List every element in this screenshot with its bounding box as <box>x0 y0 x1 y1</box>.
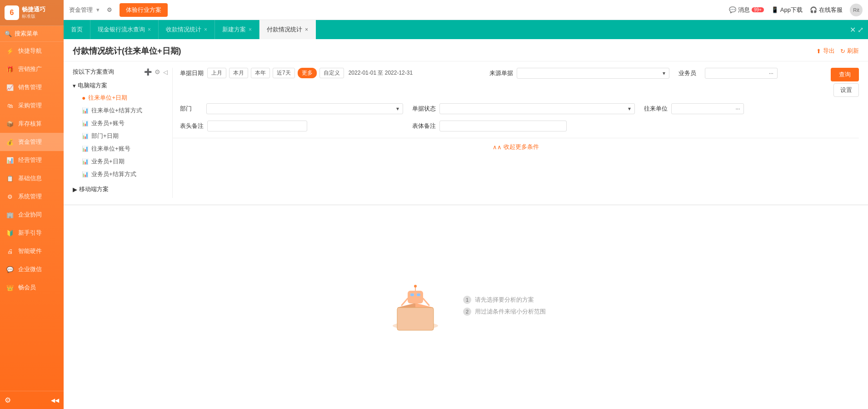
topbar-right: 💬 消息 99+ 📱 App下载 🎧 在线客服 Rit <box>729 4 863 16</box>
this-year-btn[interactable]: 本年 <box>251 68 270 78</box>
salesman-select[interactable]: ··· <box>705 68 778 79</box>
query-btn[interactable]: 查询 <box>831 68 859 81</box>
this-month-btn[interactable]: 本月 <box>229 68 248 78</box>
sidebar-item-hardware[interactable]: 🖨 智能硬件 <box>0 242 64 260</box>
sidebar-item-enterprise[interactable]: 🏢 企业协同 <box>0 206 64 224</box>
expand-icon: ▶ <box>73 186 77 193</box>
table-body-note-field: 表体备注 <box>412 121 635 131</box>
mobile-scheme-group-header[interactable]: ▶ 移动端方案 <box>73 183 168 195</box>
scheme-item-label: 往来单位+账号 <box>91 145 130 153</box>
online-support-btn[interactable]: 🎧 在线客服 <box>810 6 843 14</box>
more-date-btn[interactable]: 更多 <box>298 68 317 78</box>
scheme-collapse-icon[interactable]: ◁ <box>163 69 168 76</box>
sidebar-item-quick-nav[interactable]: ⚡ 快捷导航 <box>0 42 64 60</box>
scheme-salesman-account[interactable]: 📊 业务员+账号 <box>73 117 168 130</box>
sidebar: 6 畅捷通巧 标准版 🔍 搜索菜单 ⚡ 快捷导航 🎁 营销推广 📈 销售管理 🛍… <box>0 0 64 409</box>
pc-scheme-group-header[interactable]: ▾ 电脑端方案 <box>73 80 168 91</box>
chart-icon: 📊 <box>82 120 89 126</box>
scheme-salesman-date[interactable]: 📊 业务员+日期 <box>73 155 168 168</box>
add-scheme-icon[interactable]: ➕ <box>144 68 152 76</box>
breadcrumb-dropdown-icon[interactable]: ▾ <box>96 6 100 13</box>
tab-new-scheme-close-icon[interactable]: × <box>249 26 252 33</box>
settings-icon[interactable]: ⚙ <box>5 396 11 404</box>
scheme-sidebar: 按以下方案查询 ➕ ⚙ ◁ ▾ 电脑端方案 ● 往来单位+日期 <box>73 68 173 198</box>
scheme-counterpart-account[interactable]: 📊 往来单位+账号 <box>73 142 168 155</box>
custom-date-btn[interactable]: 自定义 <box>319 68 344 78</box>
collapse-label: 收起更多条件 <box>504 143 539 151</box>
user-avatar[interactable]: Rit <box>850 4 863 16</box>
topbar-gear-btn[interactable]: ⚙ <box>103 4 116 16</box>
pc-scheme-group: ▾ 电脑端方案 ● 往来单位+日期 📊 往来单位+结算方式 📊 业务员+账号 <box>73 80 168 181</box>
sidebar-item-vip[interactable]: 👑 畅会员 <box>0 278 64 297</box>
chevron-up-icon: ∧∧ <box>493 144 502 151</box>
table-body-note-input[interactable] <box>439 121 567 131</box>
tab-collection[interactable]: 收款情况统计 × <box>159 20 215 39</box>
counterpart-field: 往来单位 ··· <box>644 103 823 114</box>
ellipsis-icon: ··· <box>735 106 740 112</box>
refresh-btn[interactable]: ↻ 刷新 <box>840 47 859 55</box>
system-icon: ⚙ <box>5 192 15 201</box>
doc-status-select[interactable]: ▾ <box>439 103 635 114</box>
dropdown-icon: ▾ <box>663 70 665 76</box>
search-menu[interactable]: 🔍 搜索菜单 <box>0 26 64 42</box>
scheme-item-label: 往来单位+日期 <box>88 94 127 102</box>
empty-hints: 1 请先选择要分析的方案 2 用过滤条件来缩小分析范围 <box>463 296 546 319</box>
settings-btn[interactable]: 设置 <box>833 83 859 97</box>
sidebar-item-wechat[interactable]: 💬 企业微信 <box>0 260 64 278</box>
sidebar-item-label: 新手引导 <box>18 229 42 237</box>
sidebar-item-label: 基础信息 <box>18 174 42 182</box>
guide-icon: 🔰 <box>5 228 15 237</box>
message-btn[interactable]: 💬 消息 99+ <box>729 6 764 14</box>
table-header-note-input[interactable] <box>207 121 307 131</box>
hint-text-1: 请先选择要分析的方案 <box>475 296 534 304</box>
sidebar-item-system[interactable]: ⚙ 系统管理 <box>0 187 64 206</box>
sidebar-item-inventory[interactable]: 📦 库存核算 <box>0 115 64 133</box>
dept-select[interactable]: ▾ <box>206 103 403 114</box>
sidebar-item-operation[interactable]: 📊 经营管理 <box>0 151 64 169</box>
data-area: 1 请先选择要分析的方案 2 用过滤条件来缩小分析范围 <box>64 206 868 409</box>
counterpart-select[interactable]: ··· <box>671 103 744 114</box>
scheme-settings-icon[interactable]: ⚙ <box>155 68 160 76</box>
tab-cash-flow[interactable]: 现金银行流水查询 × <box>90 20 159 39</box>
tabbar: 首页 现金银行流水查询 × 收款情况统计 × 新建方案 × 付款情况统计 × ✕… <box>64 20 868 39</box>
collapse-more-btn[interactable]: ∧∧ 收起更多条件 <box>173 138 859 151</box>
export-icon: ⬆ <box>816 48 821 55</box>
sidebar-item-basic[interactable]: 📋 基础信息 <box>0 169 64 187</box>
pc-group-label: 电脑端方案 <box>78 81 107 90</box>
user-name-label: Rit <box>853 7 859 13</box>
dept-label: 部门 <box>180 105 203 113</box>
capital-icon: 💰 <box>5 137 15 146</box>
logo-text-group: 畅捷通巧 标准版 <box>22 6 45 20</box>
operation-icon: 📊 <box>5 156 15 165</box>
active-scheme-icon: ● <box>82 94 85 101</box>
source-doc-label: 来源单据 <box>489 69 513 77</box>
last-7days-btn[interactable]: 近7天 <box>273 68 295 78</box>
scheme-counterpart-settle[interactable]: 📊 往来单位+结算方式 <box>73 104 168 117</box>
scheme-counterpart-date[interactable]: ● 往来单位+日期 <box>73 91 168 104</box>
tab-new-scheme[interactable]: 新建方案 × <box>215 20 259 39</box>
export-btn[interactable]: ⬆ 导出 <box>816 47 835 55</box>
sidebar-item-label: 系统管理 <box>18 192 42 201</box>
sidebar-item-capital[interactable]: 💰 资金管理 <box>0 133 64 151</box>
tab-collection-close-icon[interactable]: × <box>204 26 207 33</box>
scheme-dept-date[interactable]: 📊 部门+日期 <box>73 130 168 142</box>
sidebar-item-sales[interactable]: 📈 销售管理 <box>0 78 64 96</box>
sidebar-item-guide[interactable]: 🔰 新手引导 <box>0 224 64 242</box>
scheme-item-label: 部门+日期 <box>91 132 119 140</box>
maximize-icon[interactable]: ⤢ <box>858 25 863 34</box>
close-tab-icon[interactable]: ✕ <box>850 25 856 34</box>
app-download-btn[interactable]: 📱 App下载 <box>771 6 803 14</box>
svg-marker-3 <box>415 303 434 308</box>
tab-cash-flow-close-icon[interactable]: × <box>148 26 151 33</box>
scheme-salesman-settle[interactable]: 📊 业务员+结算方式 <box>73 168 168 181</box>
last-month-btn[interactable]: 上月 <box>207 68 226 78</box>
sidebar-item-purchase[interactable]: 🛍 采购管理 <box>0 96 64 115</box>
tab-payment[interactable]: 付款情况统计 × <box>259 20 316 39</box>
tab-payment-close-icon[interactable]: × <box>305 26 308 33</box>
trial-btn[interactable]: 体验行业方案 <box>120 3 168 17</box>
collapse-sidebar-btn[interactable]: ◀◀ <box>51 397 59 404</box>
tab-home[interactable]: 首页 <box>64 20 90 39</box>
dropdown-icon: ▾ <box>396 106 399 112</box>
sidebar-item-marketing[interactable]: 🎁 营销推广 <box>0 60 64 78</box>
source-doc-select[interactable]: ▾ <box>517 68 669 79</box>
